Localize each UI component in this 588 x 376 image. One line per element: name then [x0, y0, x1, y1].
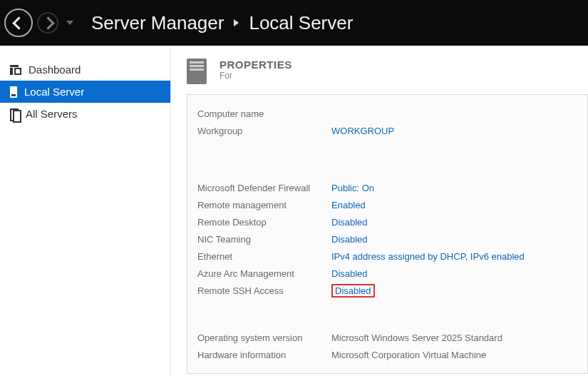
property-key: Operating system version [197, 332, 331, 343]
sidebar-item-all-servers[interactable]: All Servers [0, 103, 170, 125]
all-servers-icon [10, 108, 19, 120]
main-content: PROPERTIES For Computer name Workgroup W… [171, 46, 588, 376]
property-value-azure-arc[interactable]: Disabled [331, 268, 368, 279]
property-row: Hardware information Microsoft Corporati… [197, 346, 577, 363]
sidebar-item-label: All Servers [26, 108, 78, 120]
property-value-remote-ssh[interactable]: Disabled [331, 284, 375, 298]
arrow-right-icon [41, 16, 54, 29]
property-row: Computer name [197, 105, 577, 122]
sidebar-item-local-server[interactable]: Local Server [0, 81, 170, 103]
property-key: Hardware information [197, 350, 331, 360]
property-key: NIC Teaming [197, 234, 331, 245]
server-icon [187, 59, 207, 84]
sidebar-item-label: Dashboard [29, 63, 81, 76]
property-key: Workgroup [197, 126, 331, 136]
property-value-hardware: Microsoft Corporation Virtual Machine [331, 350, 486, 360]
section-title: PROPERTIES [220, 59, 292, 71]
sidebar-item-dashboard[interactable]: Dashboard [0, 59, 170, 81]
app-title[interactable]: Server Manager [91, 12, 224, 34]
dashboard-icon [10, 65, 21, 75]
history-dropdown-button[interactable] [63, 16, 77, 30]
property-key: Remote Desktop [197, 217, 331, 228]
property-key: Microsoft Defender Firewall [197, 183, 331, 193]
chevron-down-icon [66, 21, 73, 25]
property-value-workgroup[interactable]: WORKGROUP [331, 126, 394, 136]
property-row: Operating system version Microsoft Windo… [197, 329, 577, 346]
back-button[interactable] [4, 9, 33, 37]
property-value-os-version: Microsoft Windows Server 2025 Standard [331, 332, 502, 343]
chevron-right-icon [234, 19, 239, 26]
property-value-firewall[interactable]: Public: On [331, 183, 374, 193]
sidebar: Dashboard Local Server All Servers [0, 46, 171, 376]
property-row: Microsoft Defender Firewall Public: On [197, 179, 577, 196]
section-subtitle: For [220, 71, 292, 81]
nav-arrows [0, 9, 84, 37]
server-icon [10, 86, 17, 98]
page-title[interactable]: Local Server [249, 12, 353, 34]
property-value-remote-management[interactable]: Enabled [331, 200, 366, 210]
property-key: Azure Arc Management [197, 268, 331, 279]
property-row: Ethernet IPv4 address assigned by DHCP, … [197, 248, 577, 265]
property-value-nic-teaming[interactable]: Disabled [331, 234, 368, 245]
property-row: Remote Desktop Disabled [197, 213, 577, 230]
forward-button [37, 12, 58, 34]
property-key: Remote management [197, 200, 331, 210]
property-row: NIC Teaming Disabled [197, 230, 577, 248]
property-row: Workgroup WORKGROUP [197, 122, 577, 139]
sidebar-item-label: Local Server [24, 86, 84, 98]
breadcrumb: Server Manager Local Server [84, 12, 353, 34]
property-row: Azure Arc Management Disabled [197, 265, 577, 282]
property-key: Ethernet [197, 251, 331, 262]
property-key: Remote SSH Access [197, 285, 331, 296]
arrow-left-icon [12, 16, 25, 29]
property-row: Remote management Enabled [197, 196, 577, 213]
property-value-ethernet[interactable]: IPv4 address assigned by DHCP, IPv6 enab… [331, 251, 525, 262]
property-key: Computer name [197, 108, 331, 119]
properties-panel: Computer name Workgroup WORKGROUP Micros… [187, 94, 588, 374]
property-row: Remote SSH Access Disabled [197, 282, 577, 299]
property-value-remote-desktop[interactable]: Disabled [331, 217, 368, 228]
header-bar: Server Manager Local Server [0, 0, 588, 46]
